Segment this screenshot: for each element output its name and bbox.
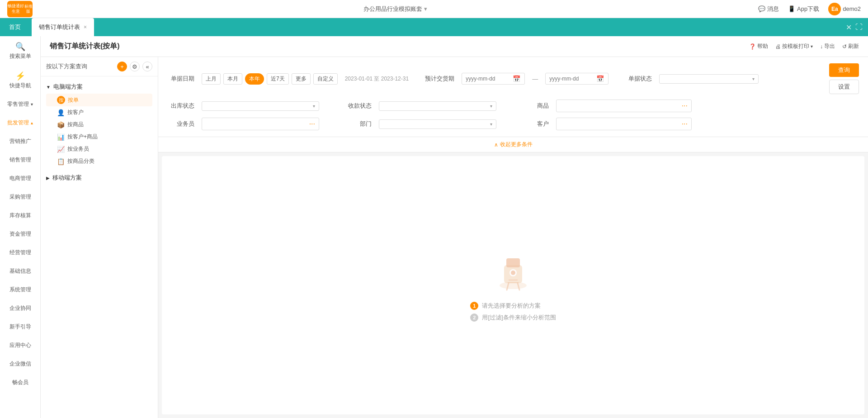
page-header: 销售订单统计表(按单) ❓ 帮助 🖨 按模板打印 ▾ ↓ 导出 ↺ 刷新 xyxy=(41,36,868,57)
date-btn-custom[interactable]: 自定义 xyxy=(313,73,338,85)
date-from-input[interactable]: 📅 xyxy=(462,73,525,85)
by-cat-label: 按商品分类 xyxy=(67,157,94,165)
scheme-by-salesperson[interactable]: 📈 按业务员 xyxy=(46,143,152,155)
sidebar-item-wholesale-mgmt[interactable]: 批发管理 ▴ xyxy=(0,114,40,132)
product-dots[interactable]: ··· xyxy=(682,102,688,110)
tree-mobile-label: 移动端方案 xyxy=(52,174,82,182)
sidebar-item-marketing[interactable]: 营销推广 xyxy=(0,132,40,151)
scheme-by-customer-product[interactable]: 📊 按客户+商品 xyxy=(46,131,152,143)
sidebar-item-operations[interactable]: 经营管理 xyxy=(0,243,40,262)
sidebar-item-inventory[interactable]: 库存核算 xyxy=(0,206,40,225)
customer-select[interactable]: ··· xyxy=(556,118,692,130)
date-btn-last-month[interactable]: 上月 xyxy=(202,73,221,85)
refresh-btn[interactable]: ↺ 刷新 xyxy=(842,43,859,50)
sidebar-item-label: 系统管理 xyxy=(9,286,31,294)
by-customer-label: 按客户 xyxy=(67,109,84,116)
by-sales-label: 按业务员 xyxy=(67,145,89,153)
date-separator: — xyxy=(532,76,538,82)
query-btn[interactable]: 查询 xyxy=(829,63,859,77)
export-btn[interactable]: ↓ 导出 xyxy=(820,43,835,50)
by-product-icon: 📦 xyxy=(57,121,65,128)
sidebar-item-quick-nav[interactable]: ⚡ 快捷导航 xyxy=(0,66,40,95)
customer-dots[interactable]: ··· xyxy=(682,120,688,128)
sidebar-item-finance[interactable]: 资金管理 xyxy=(0,225,40,243)
receipt-status-select[interactable]: ▾ xyxy=(379,101,496,111)
export-label: 导出 xyxy=(824,43,835,50)
add-scheme-btn[interactable]: + xyxy=(117,62,127,71)
receipt-status-dropdown-icon: ▾ xyxy=(490,104,492,109)
date-to-input[interactable]: 📅 xyxy=(545,73,609,85)
sidebar-item-membership[interactable]: 畅会员 xyxy=(0,373,40,392)
tree-mobile-section[interactable]: ▶ 移动端方案 xyxy=(46,171,152,185)
product-select[interactable]: ··· xyxy=(556,100,692,112)
scheme-by-product-category[interactable]: 📋 按商品分类 xyxy=(46,155,152,167)
sidebar-item-ecommerce-mgmt[interactable]: 电商管理 xyxy=(0,169,40,188)
help-icon: ❓ xyxy=(749,43,756,50)
sidebar-item-retail-mgmt[interactable]: 零售管理 ▾ xyxy=(0,95,40,114)
chevron-up-icon: ▴ xyxy=(31,120,33,125)
tab-close-btn[interactable]: × xyxy=(84,24,87,30)
sidebar-item-enterprise-collab[interactable]: 企业协同 xyxy=(0,299,40,318)
collapse-up-icon: ∧ xyxy=(494,142,498,148)
settings-btn[interactable]: 设置 xyxy=(829,80,859,94)
settings-icon: ⚙ xyxy=(132,63,137,70)
page-area: 销售订单统计表(按单) ❓ 帮助 🖨 按模板打印 ▾ ↓ 导出 ↺ 刷新 xyxy=(41,36,868,418)
salesperson-label: 业务员 xyxy=(167,120,194,128)
app-download-btn[interactable]: 📱 App下载 xyxy=(788,5,819,13)
ship-status-select[interactable]: ▾ xyxy=(202,101,319,111)
dropdown-icon[interactable]: ▾ xyxy=(424,5,427,12)
main-content: 🔍 搜索菜单 ⚡ 快捷导航 零售管理 ▾ 批发管理 ▴ 营销推广 销售管理 电商… xyxy=(0,36,868,418)
department-select[interactable]: ▾ xyxy=(379,119,496,129)
settings-scheme-btn[interactable]: ⚙ xyxy=(130,62,140,71)
by-cust-prod-icon: 📊 xyxy=(57,133,65,141)
app-title: 办公用品行业模拟账套 xyxy=(363,5,422,13)
scheme-by-product[interactable]: 📦 按商品 xyxy=(46,119,152,131)
department-label: 部门 xyxy=(344,120,372,128)
tab-sales-order[interactable]: 销售订单统计表 × xyxy=(32,18,94,36)
sidebar-item-label: 基础信息 xyxy=(9,267,31,275)
sidebar-item-label: 企业协同 xyxy=(9,304,31,312)
message-btn[interactable]: 💬 消息 xyxy=(758,5,779,13)
topbar-left: 畅捷通好生意 标推版 xyxy=(7,1,33,17)
date-from-field[interactable] xyxy=(466,76,511,82)
user-initial: Ea xyxy=(831,6,838,12)
date-btn-this-year[interactable]: 本年 xyxy=(245,73,264,85)
window-close-btn[interactable]: ✕ xyxy=(846,23,852,32)
sidebar-item-basic-info[interactable]: 基础信息 xyxy=(0,262,40,280)
collapse-panel-btn[interactable]: « xyxy=(142,62,152,71)
scheme-by-order[interactable]: 按 按单 xyxy=(46,94,152,106)
date-btn-more[interactable]: 更多 xyxy=(292,73,311,85)
sidebar-item-app-center[interactable]: 应用中心 xyxy=(0,336,40,355)
by-cust-prod-label: 按客户+商品 xyxy=(67,133,98,141)
status-select[interactable]: ▾ xyxy=(659,74,759,84)
print-btn[interactable]: 🖨 按模板打印 ▾ xyxy=(775,43,813,50)
window-expand-btn[interactable]: ⛶ xyxy=(855,23,863,31)
date-to-field[interactable] xyxy=(549,76,594,82)
sidebar-item-system-mgmt[interactable]: 系统管理 xyxy=(0,280,40,299)
sidebar-item-sales-mgmt[interactable]: 销售管理 xyxy=(0,151,40,169)
by-customer-icon: 👤 xyxy=(57,109,65,116)
salesperson-select[interactable]: ··· xyxy=(202,118,319,130)
message-icon: 💬 xyxy=(758,5,765,12)
calendar-to-icon: 📅 xyxy=(596,75,604,82)
tree-desktop-section[interactable]: ▼ 电脑端方案 xyxy=(46,80,152,94)
sidebar-item-enterprise-wechat[interactable]: 企业微信 xyxy=(0,355,40,373)
sidebar-item-label: 应用中心 xyxy=(9,342,31,349)
search-icon: 🔍 xyxy=(15,42,25,52)
tab-home[interactable]: 首页 xyxy=(0,18,30,36)
user-profile[interactable]: Ea demo2 xyxy=(828,3,861,15)
date-btn-7days[interactable]: 近7天 xyxy=(267,73,289,85)
date-label: 单据日期 xyxy=(167,75,194,83)
sidebar-item-purchase-mgmt[interactable]: 采购管理 xyxy=(0,188,40,206)
salesperson-dots[interactable]: ··· xyxy=(309,120,315,128)
help-btn[interactable]: ❓ 帮助 xyxy=(749,43,768,50)
tree-arrow: ▼ xyxy=(46,85,51,90)
sidebar-item-search-menu[interactable]: 🔍 搜索菜单 xyxy=(0,36,40,66)
date-btn-this-month[interactable]: 本月 xyxy=(223,73,242,85)
expected-date-label: 预计交货期 xyxy=(425,75,454,83)
logo-subtitle: 标推版 xyxy=(24,4,33,14)
sidebar-item-onboarding[interactable]: 新手引导 xyxy=(0,318,40,336)
scheme-by-customer[interactable]: 👤 按客户 xyxy=(46,106,152,119)
filter-row-3: 业务员 ··· 部门 ▾ 客户 ··· xyxy=(167,118,859,130)
collapse-bar[interactable]: ∧ 收起更多条件 xyxy=(158,137,868,152)
